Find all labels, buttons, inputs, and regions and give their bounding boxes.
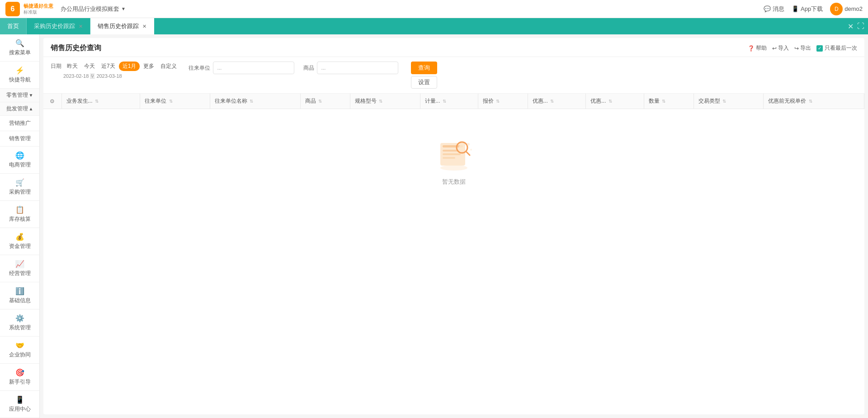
- col-discount1[interactable]: 优惠... ⇅: [528, 94, 586, 109]
- basic-icon: ℹ️: [15, 287, 24, 295]
- sort-icon: ⇅: [95, 99, 99, 104]
- close-all-tabs-btn[interactable]: ✕: [848, 22, 854, 31]
- col-biz-date[interactable]: 业务发生... ⇅: [61, 94, 140, 109]
- sidebar-item-search[interactable]: 🔍 搜索菜单: [0, 34, 39, 62]
- table-wrapper: ⚙ 业务发生... ⇅ 往来单位 ⇅: [43, 94, 864, 414]
- col-deal-type[interactable]: 交易类型 ⇅: [693, 94, 764, 109]
- maximize-btn[interactable]: ⛶: [857, 22, 864, 30]
- tab-sales-history[interactable]: 销售历史价跟踪 ✕: [90, 18, 154, 34]
- tab-purchase-history[interactable]: 采购历史价跟踪 ✕: [27, 18, 90, 34]
- chevron-down-icon: ▼: [121, 6, 126, 11]
- sidebar-item-system[interactable]: ⚙️ 系统管理: [0, 309, 39, 337]
- col-spec[interactable]: 规格型号 ⇅: [350, 94, 420, 109]
- col-discount2[interactable]: 优惠... ⇅: [586, 94, 644, 109]
- empty-state: 暂无数据: [43, 109, 864, 213]
- sort-icon: ⇅: [550, 99, 554, 104]
- message-btn[interactable]: 💬 消息: [764, 5, 784, 13]
- top-bar: 6 畅捷通好生意 标准版 办公用品行业模拟账套 ▼ 💬 消息 📱 App下载 D…: [0, 0, 868, 18]
- sidebar-item-guide[interactable]: 🎯 新手引导: [0, 364, 39, 391]
- app-name-line1: 畅捷通好生意: [24, 3, 53, 9]
- tab-home[interactable]: 首页: [0, 18, 27, 34]
- sidebar-item-appstore[interactable]: 📱 应用中心: [0, 391, 39, 418]
- sidebar-item-marketing[interactable]: 营销推广: [0, 116, 39, 131]
- table-header: ⚙ 业务发生... ⇅ 往来单位 ⇅: [43, 94, 864, 109]
- col-unit[interactable]: 计量... ⇅: [420, 94, 478, 109]
- workspace-selector[interactable]: 办公用品行业模拟账套 ▼: [57, 3, 129, 15]
- settings-button[interactable]: 设置: [411, 76, 437, 89]
- sidebar-item-enterprise[interactable]: 🤝 企业协同: [0, 337, 39, 364]
- page-title: 销售历史价查询: [51, 43, 101, 53]
- col-qty[interactable]: 数量 ⇅: [644, 94, 693, 109]
- main-layout: 🔍 搜索菜单 ⚡ 快捷导航 零售管理 ▼ 批发管理 ▲ 营销推广 销售管理 🌐 …: [0, 34, 868, 418]
- sort-icon: ⇅: [379, 99, 382, 104]
- svg-rect-5: [443, 157, 455, 159]
- svg-point-9: [467, 143, 470, 146]
- sidebar-item-shortcut[interactable]: ⚡ 快捷导航: [0, 62, 39, 89]
- sidebar-item-sales[interactable]: 销售管理: [0, 131, 39, 147]
- sidebar-item-inventory[interactable]: 📋 库存核算: [0, 201, 39, 228]
- message-icon: 💬: [764, 5, 771, 12]
- search-icon: 🔍: [15, 39, 24, 48]
- page-header: 销售历史价查询 ❓ 帮助 ↩ 导入 ↪ 导出: [43, 38, 864, 57]
- date-btn-yesterday[interactable]: 昨天: [64, 62, 80, 71]
- gear-icon[interactable]: ⚙: [50, 98, 55, 104]
- appstore-icon: 📱: [15, 395, 24, 404]
- date-btn-1month[interactable]: 近1月: [119, 62, 140, 71]
- date-btn-custom[interactable]: 自定义: [158, 62, 179, 71]
- svg-rect-3: [443, 150, 458, 152]
- sort-icon: ⇅: [662, 99, 665, 104]
- goods-input[interactable]: ...: [317, 62, 398, 74]
- sidebar-item-wholesale[interactable]: 批发管理 ▲: [0, 102, 39, 116]
- col-quote[interactable]: 报价 ⇅: [478, 94, 528, 109]
- col-partner-code[interactable]: 往来单位 ⇅: [140, 94, 210, 109]
- chevron-down-icon: ▼: [29, 93, 33, 98]
- sidebar-item-ecommerce[interactable]: 🌐 电商管理: [0, 147, 39, 174]
- sidebar-item-basic[interactable]: ℹ️ 基础信息: [0, 282, 39, 309]
- inventory-icon: 📋: [15, 205, 24, 214]
- export-link[interactable]: ↪ 导出: [794, 44, 811, 52]
- date-range-display: 2023-02-18 至 2023-03-18: [63, 73, 122, 79]
- col-partner-name[interactable]: 往来单位名称 ⇅: [210, 94, 301, 109]
- filter-bar: 日期 昨天 今天 近7天 近1月 更多 自定义 2023-02-18: [43, 57, 864, 94]
- col-goods[interactable]: 商品 ⇅: [300, 94, 350, 109]
- finance-icon: 💰: [15, 233, 24, 241]
- only-latest-checkbox[interactable]: 只看最后一次: [816, 44, 857, 52]
- home-tab-label: 首页: [7, 22, 19, 30]
- data-table: ⚙ 业务发生... ⇅ 往来单位 ⇅: [43, 94, 864, 109]
- partner-filter-label: 往来单位: [189, 64, 210, 72]
- query-button[interactable]: 查询: [411, 62, 437, 74]
- goods-input-dots: ...: [321, 65, 326, 71]
- user-menu[interactable]: D demo2: [830, 3, 863, 15]
- enterprise-icon: 🤝: [15, 341, 24, 350]
- date-btn-more[interactable]: 更多: [141, 62, 157, 71]
- date-btn-today[interactable]: 今天: [81, 62, 98, 71]
- sidebar-item-operations[interactable]: 📈 经营管理: [0, 255, 39, 282]
- system-icon: ⚙️: [15, 314, 24, 323]
- date-btn-7days[interactable]: 近7天: [99, 62, 118, 71]
- sidebar-item-finance[interactable]: 💰 资金管理: [0, 228, 39, 255]
- ecommerce-icon: 🌐: [15, 151, 24, 160]
- goods-filter-label: 商品: [303, 64, 314, 72]
- sidebar-item-retail[interactable]: 零售管理 ▼: [0, 89, 39, 102]
- sidebar-item-purchase[interactable]: 🛒 采购管理: [0, 174, 39, 201]
- sort-icon: ⇅: [809, 99, 812, 104]
- sort-icon: ⇅: [496, 99, 500, 104]
- avatar: D: [830, 3, 843, 15]
- svg-point-7: [459, 144, 465, 151]
- app-name-line2: 标准版: [24, 9, 53, 15]
- partner-input[interactable]: ...: [213, 62, 294, 74]
- app-logo: 6: [5, 2, 20, 16]
- content-area: 销售历史价查询 ❓ 帮助 ↩ 导入 ↪ 导出: [40, 34, 868, 418]
- close-sales-history-tab[interactable]: ✕: [142, 24, 146, 29]
- tab-bar: 首页 采购历史价跟踪 ✕ 销售历史价跟踪 ✕ ✕ ⛶: [0, 18, 868, 34]
- import-link[interactable]: ↩ 导入: [772, 44, 789, 52]
- sort-icon: ⇅: [443, 99, 446, 104]
- checkbox-teal-icon: [816, 45, 823, 52]
- app-download-btn[interactable]: 📱 App下载: [792, 5, 823, 13]
- help-icon: ❓: [748, 45, 755, 52]
- export-icon: ↪: [794, 45, 799, 52]
- col-pretax-price[interactable]: 优惠前无税单价 ⇅: [764, 94, 864, 109]
- purchase-history-tab-label: 采购历史价跟踪: [34, 22, 75, 30]
- help-link[interactable]: ❓ 帮助: [748, 44, 767, 52]
- close-purchase-history-tab[interactable]: ✕: [79, 24, 83, 29]
